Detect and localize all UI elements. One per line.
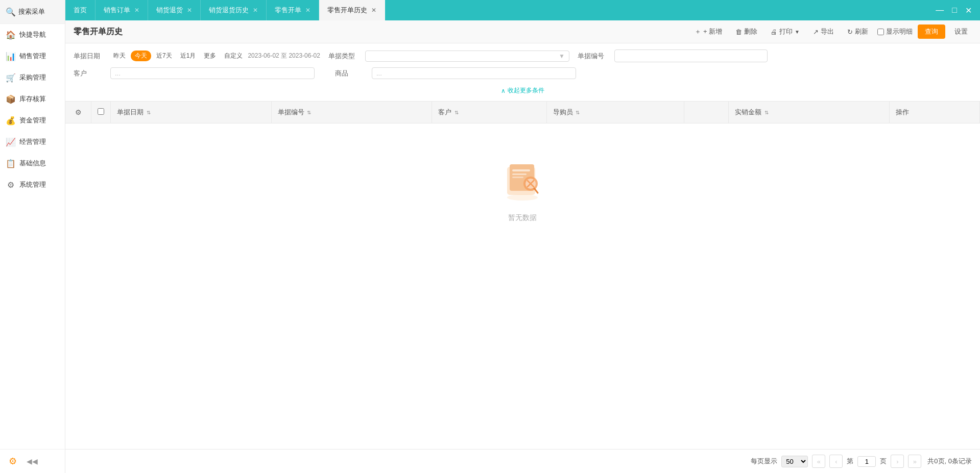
number-filter-input[interactable] bbox=[614, 49, 768, 62]
display-detail-checkbox[interactable] bbox=[877, 29, 884, 35]
tab-home[interactable]: 首页 bbox=[65, 0, 95, 20]
sidebar-item-purchase-mgmt[interactable]: 🛒 采购管理 bbox=[0, 67, 65, 88]
sidebar-item-label: 基础信息 bbox=[19, 159, 46, 168]
date-btn-last7[interactable]: 近7天 bbox=[153, 51, 175, 61]
chart-icon: 📊 bbox=[6, 52, 15, 61]
first-page-button[interactable]: « bbox=[812, 455, 825, 468]
th-ops-label: 操作 bbox=[896, 108, 909, 116]
settings-button[interactable]: 设置 bbox=[950, 25, 972, 38]
date-btn-yesterday[interactable]: 昨天 bbox=[110, 51, 129, 61]
th-customer-sort-icon: ⇅ bbox=[455, 110, 459, 115]
tab-sales-order-label: 销售订单 bbox=[104, 6, 130, 15]
footer-gear-icon: ⚙ bbox=[9, 456, 17, 467]
delete-icon: 🗑 bbox=[735, 28, 742, 36]
tab-sales-order[interactable]: 销售订单 ✕ bbox=[95, 0, 148, 20]
tabs-bar: 首页 销售订单 ✕ 销货退货 ✕ 销货退货历史 ✕ 零售开单 ✕ 零售开单历史 … bbox=[65, 0, 980, 20]
search-menu-item[interactable]: 🔍 搜索采单 bbox=[0, 0, 65, 24]
display-detail-container: 显示明细 bbox=[877, 27, 913, 36]
sidebar-item-inventory[interactable]: 📦 库存核算 bbox=[0, 88, 65, 110]
home-icon: 🏠 bbox=[6, 30, 15, 39]
customer-dots: ... bbox=[115, 69, 121, 77]
tab-retail-open[interactable]: 零售开单 ✕ bbox=[267, 0, 319, 20]
last-page-button[interactable]: » bbox=[908, 455, 921, 468]
tab-retail-open-history[interactable]: 零售开单历史 ✕ bbox=[319, 0, 385, 20]
date-btn-today[interactable]: 今天 bbox=[131, 51, 151, 61]
page-number-input[interactable] bbox=[857, 456, 876, 467]
page-title: 零售开单历史 bbox=[74, 27, 685, 37]
print-dropdown-icon: ▼ bbox=[795, 29, 800, 35]
th-number[interactable]: 单据编号 ⇅ bbox=[271, 102, 432, 123]
svg-rect-3 bbox=[512, 169, 530, 171]
customer-filter-label: 客户 bbox=[74, 69, 102, 78]
export-icon: ↗ bbox=[813, 28, 819, 36]
sidebar-item-sales-mgmt[interactable]: 📊 销售管理 bbox=[0, 45, 65, 67]
delete-button[interactable]: 🗑 删除 bbox=[731, 25, 761, 38]
sidebar-item-system-mgmt[interactable]: ⚙ 系统管理 bbox=[0, 174, 65, 195]
sidebar-item-quick-nav[interactable]: 🏠 快捷导航 bbox=[0, 24, 65, 45]
th-date[interactable]: 单据日期 ⇅ bbox=[111, 102, 272, 123]
svg-point-0 bbox=[507, 194, 538, 201]
export-button[interactable]: ↗ 导出 bbox=[809, 25, 838, 38]
th-number-sort-icon: ⇅ bbox=[307, 110, 311, 115]
footer-settings-button[interactable]: ⚙ bbox=[6, 455, 19, 468]
tab-retail-open-history-close[interactable]: ✕ bbox=[371, 7, 376, 14]
sidebar-item-label: 经营管理 bbox=[19, 137, 46, 146]
tab-sales-return[interactable]: 销货退货 ✕ bbox=[148, 0, 201, 20]
customer-filter-input[interactable]: ... bbox=[110, 67, 315, 79]
goods-filter-label: 商品 bbox=[335, 69, 364, 78]
next-page-icon: › bbox=[896, 458, 898, 465]
tab-home-label: 首页 bbox=[74, 6, 87, 15]
th-amount[interactable]: 实销金额 ⇅ bbox=[729, 102, 890, 123]
per-page-select[interactable]: 50 10 20 100 bbox=[781, 456, 808, 467]
next-page-button[interactable]: › bbox=[891, 455, 904, 468]
date-btn-last1m[interactable]: 近1月 bbox=[177, 51, 199, 61]
close-button[interactable]: ✕ bbox=[963, 5, 974, 16]
column-settings-button[interactable]: ⚙ bbox=[71, 106, 85, 119]
empty-illustration bbox=[497, 154, 548, 205]
th-amount-label: 实销金额 bbox=[735, 108, 761, 116]
settings-label: 设置 bbox=[954, 27, 968, 36]
number-filter-container bbox=[614, 49, 768, 62]
th-customer[interactable]: 客户 ⇅ bbox=[432, 102, 546, 123]
money-icon: 💰 bbox=[6, 116, 15, 125]
sidebar-item-basic-info[interactable]: 📋 基础信息 bbox=[0, 153, 65, 174]
th-checkbox bbox=[91, 102, 111, 123]
collapse-bar[interactable]: ∧ 收起更多条件 bbox=[74, 84, 972, 99]
tab-retail-open-close[interactable]: ✕ bbox=[305, 7, 310, 14]
empty-state: 暂无数据 bbox=[65, 123, 980, 243]
tab-sales-return-history[interactable]: 销货退货历史 ✕ bbox=[201, 0, 267, 20]
refresh-label: 刷新 bbox=[855, 27, 868, 36]
th-guide[interactable]: 导购员 ⇅ bbox=[546, 102, 684, 123]
date-btn-custom[interactable]: 自定义 bbox=[221, 51, 246, 61]
sidebar-item-label: 采购管理 bbox=[19, 73, 46, 82]
svg-rect-4 bbox=[512, 173, 527, 175]
minimize-button[interactable]: — bbox=[934, 5, 946, 16]
delete-label: 删除 bbox=[744, 27, 757, 36]
add-icon: ＋ bbox=[695, 27, 701, 36]
add-button[interactable]: ＋ + 新增 bbox=[690, 25, 726, 38]
th-guide-label: 导购员 bbox=[553, 108, 573, 116]
add-label: + 新增 bbox=[703, 27, 722, 36]
date-btn-more[interactable]: 更多 bbox=[201, 51, 219, 61]
th-spacer bbox=[684, 102, 729, 123]
restore-button[interactable]: □ bbox=[950, 5, 959, 16]
print-button[interactable]: 🖨 打印 ▼ bbox=[767, 25, 804, 38]
tab-retail-open-label: 零售开单 bbox=[275, 6, 301, 15]
first-page-icon: « bbox=[817, 458, 821, 465]
refresh-button[interactable]: ↻ 刷新 bbox=[843, 25, 872, 38]
sidebar-collapse-button[interactable]: ◀◀ bbox=[26, 455, 39, 468]
query-button[interactable]: 查询 bbox=[918, 24, 945, 39]
query-label: 查询 bbox=[925, 27, 938, 36]
tab-sales-return-close[interactable]: ✕ bbox=[187, 7, 192, 14]
tab-sales-order-close[interactable]: ✕ bbox=[134, 7, 139, 14]
goods-filter-input[interactable]: ... bbox=[372, 67, 576, 79]
sidebar-item-operations[interactable]: 📈 经营管理 bbox=[0, 131, 65, 153]
th-customer-label: 客户 bbox=[438, 108, 451, 116]
window-controls: — □ ✕ bbox=[934, 0, 980, 20]
select-all-checkbox[interactable] bbox=[98, 108, 104, 115]
type-filter-select[interactable]: ▼ bbox=[365, 51, 569, 62]
prev-page-button[interactable]: ‹ bbox=[829, 455, 843, 468]
sidebar-item-finance[interactable]: 💰 资金管理 bbox=[0, 110, 65, 131]
tab-sales-return-history-close[interactable]: ✕ bbox=[253, 7, 258, 14]
table-body: 暂无数据 bbox=[65, 123, 980, 243]
